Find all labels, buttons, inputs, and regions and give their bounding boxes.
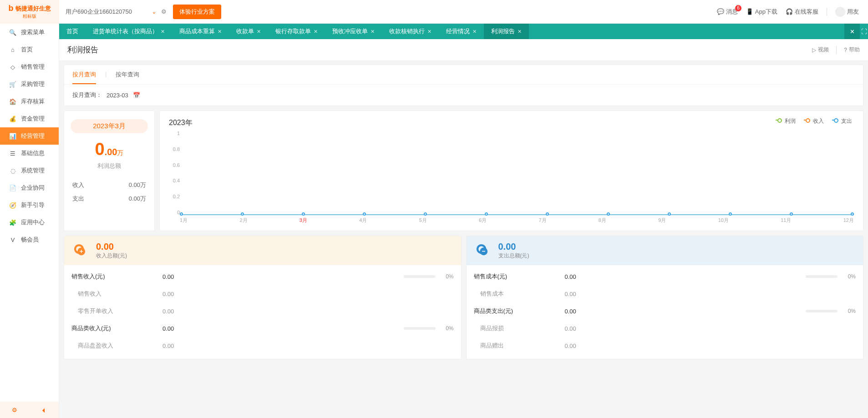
sidebar-item-label: 库存核算 [21,97,45,106]
data-point[interactable] [180,212,183,216]
tab-label: 银行存取款单 [275,27,311,35]
separator [827,8,827,16]
sidebar-icon: 🔍 [9,29,16,36]
chart-plot[interactable] [180,131,854,215]
sidebar-item[interactable]: 🧩应用中心 [0,214,59,231]
tenant-selector[interactable]: 用户690企业1660120750 ⌄ [66,8,157,16]
sidebar-item[interactable]: 📄企业协同 [0,179,59,196]
detail-value: 0.00 [162,291,217,297]
x-tick: 9月 [658,217,666,226]
sidebar-item[interactable]: 💰资金管理 [0,110,59,127]
try-industry-button[interactable]: 体验行业方案 [173,5,221,19]
data-point[interactable] [485,212,488,216]
tab[interactable]: 收款核销执行✕ [382,24,439,39]
user-menu[interactable]: 用友 [835,7,859,17]
sidebar-item[interactable]: ◌系统管理 [0,162,59,179]
online-service-link[interactable]: 🎧 在线客服 [786,8,818,16]
app-download-link[interactable]: 📱 App下载 [746,8,777,16]
tab[interactable]: 收款单✕ [229,24,268,39]
calendar-icon[interactable]: 📅 [133,92,140,99]
sidebar-item-label: 资金管理 [21,115,45,123]
sidebar-item[interactable]: V畅会员 [0,231,59,248]
tab[interactable]: 商品成本重算✕ [172,24,229,39]
tab-label: 经营情况 [446,27,470,35]
query-tab-month[interactable]: 按月查询 [72,71,96,84]
tab[interactable]: 经营情况✕ [439,24,484,39]
detail-label: 商品类收入(元) [71,324,162,332]
help-link[interactable]: ?帮助 [844,46,860,54]
settings-icon[interactable]: ⚙ [12,407,17,413]
legend-expense[interactable]: 支出 [832,117,852,125]
sidebar-item-label: 采购管理 [21,80,45,88]
tab[interactable]: 首页 [59,24,86,39]
close-icon[interactable]: ✕ [371,29,375,35]
detail-value: 0.00 [565,342,619,349]
sidebar-item[interactable]: 🧭新手引导 [0,196,59,214]
close-icon[interactable]: ✕ [427,29,431,35]
tab[interactable]: 利润报告✕ [484,24,529,39]
close-icon[interactable]: ✕ [257,29,261,35]
tab[interactable]: 进货单统计表（按商品）✕ [86,24,172,39]
legend-profit[interactable]: 利润 [776,117,796,125]
detail-label: 销售成本(元) [474,272,565,281]
data-point[interactable] [729,212,732,216]
close-icon[interactable]: ✕ [472,29,477,35]
query-date-value[interactable]: 2023-03 [107,92,128,99]
data-point[interactable] [546,212,549,216]
data-point[interactable] [607,212,610,216]
sidebar-item[interactable]: ☰基础信息 [0,145,59,162]
tab[interactable]: 预收冲应收单✕ [325,24,382,39]
data-point[interactable] [851,212,854,216]
y-tick: 0.2 [169,194,180,199]
income-detail-card: + 0.00 收入总额(元) 销售收入(元)0.000%销售收入0.00零售开单… [64,236,462,359]
close-icon[interactable]: ✕ [518,29,522,35]
mobile-icon: 📱 [746,8,753,15]
data-point[interactable] [363,212,366,216]
page-title: 利润报告 [67,45,98,55]
data-point[interactable] [302,212,305,216]
sidebar-item[interactable]: 📊经营管理 [0,127,59,145]
sidebar-item[interactable]: 🔍搜索菜单 [0,24,59,41]
sidebar-item[interactable]: 🏠库存核算 [0,93,59,110]
messages-link[interactable]: 💬 消息 6 [717,8,738,16]
video-link[interactable]: ▷视频 [812,46,829,54]
expense-total-value: 0.00 [498,242,529,252]
sidebar-item[interactable]: ⌂首页 [0,41,59,58]
data-point[interactable] [668,212,671,216]
sidebar-footer: ⚙ ⏴ [0,402,59,418]
data-point[interactable] [790,212,793,216]
detail-value: 0.00 [565,325,619,332]
sidebar-item-label: 搜索菜单 [21,28,45,36]
expense-total-label: 支出总额(元) [498,252,529,260]
logo[interactable]: b畅捷通好生意 精标版 [0,0,59,24]
collapse-icon[interactable]: ⏴ [41,407,47,413]
close-icon[interactable]: ✕ [314,29,318,35]
detail-pct: 0% [842,273,856,280]
query-label: 按月查询： [72,91,102,99]
coins-minus-icon: − [474,242,492,260]
close-icon[interactable]: ✕ [218,29,222,35]
sidebar-icon: 🏠 [9,98,16,105]
sidebar-item[interactable]: ◇销售管理 [0,58,59,76]
y-tick: 1 [169,131,180,136]
y-tick: 0.4 [169,178,180,183]
x-tick: 1月 [180,217,188,226]
detail-value: 0.00 [162,273,217,280]
close-icon[interactable]: ✕ [161,29,165,35]
sidebar-icon: ◇ [9,64,16,71]
data-point[interactable] [241,212,244,216]
close-all-tabs[interactable]: ✕ [844,24,860,39]
query-tab-year[interactable]: 按年查询 [116,71,139,84]
y-tick: 0.6 [169,162,180,168]
x-tick: 11月 [781,217,791,226]
sidebar-item[interactable]: 🛒采购管理 [0,76,59,93]
expense-label: 支出 [72,195,84,203]
tab[interactable]: 银行存取款单✕ [268,24,325,39]
tab-label: 利润报告 [491,27,515,35]
sidebar-icon: V [9,237,16,243]
legend-income[interactable]: 收入 [804,117,824,125]
gear-icon[interactable]: ⚙ [161,8,167,15]
expand-icon[interactable]: ⛶ [860,24,868,39]
x-tick: 2月 [239,217,247,226]
data-point[interactable] [424,212,427,216]
